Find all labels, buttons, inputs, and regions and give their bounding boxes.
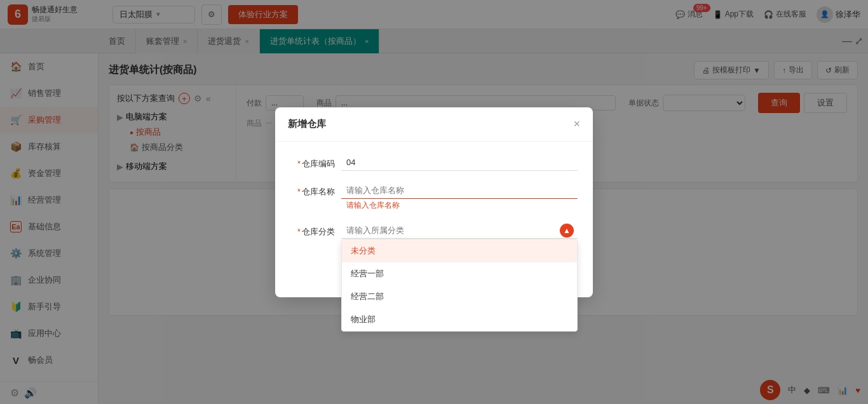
dropdown-item-dept1[interactable]: 经营一部 (342, 262, 577, 285)
modal-header: 新增仓库 × (275, 107, 593, 142)
form-row-code: *仓库编码 (290, 154, 578, 171)
name-label: *仓库名称 (290, 182, 341, 198)
category-arrow-icon[interactable]: ▲ (560, 224, 574, 238)
dropdown-item-unclassified[interactable]: 未分类 (342, 239, 577, 262)
form-row-category: *仓库分类 ▲ 未分类 经营一部 经营二部 物业部 (290, 222, 578, 239)
modal-close-button[interactable]: × (573, 118, 580, 131)
modal-body: *仓库编码 *仓库名称 请输入仓库名称 (275, 142, 593, 258)
code-input[interactable] (341, 154, 578, 171)
modal-title: 新增仓库 (288, 118, 326, 130)
dropdown-item-dept3[interactable]: 物业部 (342, 308, 577, 331)
category-input-wrap: ▲ 未分类 经营一部 经营二部 物业部 (341, 222, 578, 239)
name-input[interactable] (341, 182, 578, 199)
dropdown-item-dept2[interactable]: 经营二部 (342, 285, 577, 308)
name-error-msg: 请输入仓库名称 (346, 201, 400, 210)
modal-add-warehouse: 新增仓库 × *仓库编码 *仓库名称 (275, 107, 593, 297)
code-label: *仓库编码 (290, 154, 341, 170)
form-row-name: *仓库名称 请输入仓库名称 (290, 182, 578, 211)
category-label: *仓库分类 (290, 222, 341, 238)
modal-overlay: 新增仓库 × *仓库编码 *仓库名称 (0, 0, 868, 404)
category-dropdown: 未分类 经营一部 经营二部 物业部 (341, 239, 578, 332)
category-input[interactable] (341, 222, 578, 239)
